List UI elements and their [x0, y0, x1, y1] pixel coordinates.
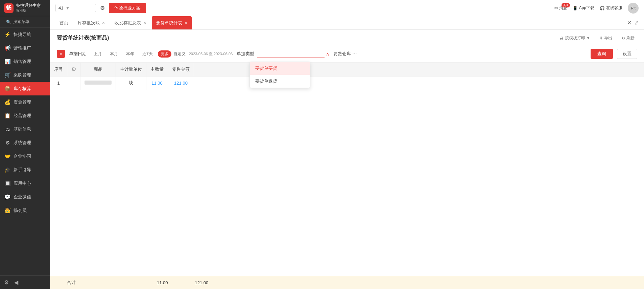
online-service-btn[interactable]: 🎧 在线客服: [600, 5, 622, 11]
print-icon: 🖨: [559, 36, 564, 41]
cell-amount[interactable]: 121.00: [168, 76, 194, 90]
refresh-btn[interactable]: ↻ 刷新: [619, 34, 637, 42]
inventory-icon: 📦: [4, 85, 11, 92]
column-settings-icon[interactable]: ⚙: [71, 66, 76, 72]
main-area: 41 ▼ ⚙ 体验行业方案 ✉ 消息 99+ 📱 App下载 🎧 在线客服 Ri…: [50, 0, 644, 289]
type-input[interactable]: [257, 50, 325, 58]
filter-settings-btn[interactable]: 设置: [617, 49, 637, 59]
product-placeholder: [85, 81, 112, 85]
topbar-settings-icon[interactable]: ⚙: [100, 5, 105, 11]
message-icon: ✉: [554, 6, 558, 10]
col-qty: 主数量: [146, 63, 168, 76]
tab-order-stats[interactable]: 要货单统计表 ✕: [152, 16, 192, 29]
topbar-right: ✉ 消息 99+ 📱 App下载 🎧 在线客服 Rit: [554, 3, 639, 14]
window-controls: ✕ ⤢: [627, 20, 639, 26]
basic-icon: 🗂: [4, 126, 11, 133]
warehouse-label: 要货仓库: [333, 51, 351, 57]
sidebar-item-basic[interactable]: 🗂 基础信息: [0, 123, 50, 136]
store-dropdown-icon: ▼: [65, 5, 70, 10]
system-icon: ⚙: [4, 139, 11, 146]
sidebar-footer: ⚙ ◀: [0, 275, 50, 289]
col-product: 商品: [80, 63, 116, 76]
sidebar-item-purchase[interactable]: 🛒 采购管理: [0, 68, 50, 82]
table-row: 1 块 11.00 121.00: [50, 76, 644, 90]
warehouse-more-icon[interactable]: ···: [352, 51, 357, 57]
operation-icon: 📋: [4, 112, 11, 119]
close-window-icon[interactable]: ✕: [627, 20, 631, 26]
topbar: 41 ▼ ⚙ 体验行业方案 ✉ 消息 99+ 📱 App下载 🎧 在线客服 Ri…: [50, 0, 644, 16]
more-date-btn[interactable]: 更多: [158, 50, 171, 58]
custom-date-btn[interactable]: 自定义: [173, 51, 186, 57]
cell-unit: 块: [116, 76, 146, 90]
tab-home[interactable]: 首页: [55, 16, 72, 29]
user-avatar[interactable]: Rit: [628, 3, 639, 14]
collapse-footer-icon[interactable]: ◀: [14, 279, 18, 286]
sidebar-item-marketing[interactable]: 📢 营销推广: [0, 41, 50, 55]
sidebar-item-quick-nav[interactable]: ⚡ 快捷导航: [0, 28, 50, 41]
tab-batch-account-close[interactable]: ✕: [102, 21, 105, 25]
query-btn[interactable]: 查询: [591, 49, 613, 59]
this-month-btn[interactable]: 本月: [107, 50, 121, 58]
sidebar-item-member[interactable]: 👑 畅会员: [0, 204, 50, 217]
this-year-btn[interactable]: 本年: [123, 50, 137, 58]
footer-qty: 11.00: [157, 280, 168, 285]
dropdown-item-order-goods[interactable]: 要货单要货: [250, 62, 310, 75]
messages-btn[interactable]: ✉ 消息 99+: [554, 5, 567, 11]
page-title: 要货单统计表(按商品): [57, 35, 109, 42]
newbie-icon: 🎓: [4, 166, 11, 173]
tab-collection-summary-close[interactable]: ✕: [143, 21, 146, 25]
trial-btn[interactable]: 体验行业方案: [109, 3, 146, 13]
logo-icon: 畅: [4, 3, 14, 13]
export-btn[interactable]: ⬇ 导出: [597, 34, 615, 42]
tab-order-stats-close[interactable]: ✕: [184, 21, 188, 25]
cell-settings: [67, 76, 80, 90]
last-7-days-btn[interactable]: 近7天: [139, 50, 156, 58]
sidebar-item-finance[interactable]: 💰 资金管理: [0, 95, 50, 109]
headset-icon: 🎧: [600, 6, 605, 10]
settings-footer-icon[interactable]: ⚙: [4, 279, 9, 286]
export-icon: ⬇: [599, 36, 603, 41]
date-range-display: 2023-05-06 至 2023-06-06: [189, 51, 233, 57]
type-filter-group: 单据类型 ∧: [237, 50, 329, 58]
sidebar-item-app-center[interactable]: 🔲 应用中心: [0, 177, 50, 190]
table-footer: 合计 11.00 121.00: [50, 276, 644, 289]
maximize-window-icon[interactable]: ⤢: [634, 20, 639, 26]
sidebar-item-wechat[interactable]: 💬 企业微信: [0, 190, 50, 204]
page-content: 要货单统计表(按商品) 🖨 按模板打印 ▼ ⬇ 导出 ↻ 刷新: [50, 30, 644, 289]
sidebar-item-sales[interactable]: 📊 销售管理: [0, 55, 50, 68]
tab-collection-summary[interactable]: 收发存汇总表 ✕: [111, 16, 150, 29]
sidebar-item-system[interactable]: ⚙ 系统管理: [0, 136, 50, 150]
dropdown-item-return-goods[interactable]: 要货单退货: [250, 75, 310, 88]
search-menu[interactable]: 🔍 搜索菜单: [0, 16, 50, 28]
cell-qty[interactable]: 11.00: [146, 76, 168, 90]
print-template-btn[interactable]: 🖨 按模板打印 ▼: [557, 34, 593, 42]
footer-total-label: 合计: [57, 280, 76, 286]
sidebar-nav: ⚡ 快捷导航 📢 营销推广 📊 销售管理 🛒 采购管理 📦 库存核算 💰 资金管…: [0, 28, 50, 275]
filter-bar: » 单据日期 上月 本月 本年 近7天 更多 自定义 2023-05-06 至 …: [50, 45, 644, 63]
prev-month-btn[interactable]: 上月: [91, 50, 105, 58]
sidebar-item-inventory[interactable]: 📦 库存核算: [0, 82, 50, 95]
app-download-btn[interactable]: 📱 App下载: [573, 5, 594, 11]
cell-product: [80, 76, 116, 90]
data-table: 序号 ⚙ 商品 主计量单位 主数量 零售金额 1: [50, 63, 644, 90]
expand-icon: »: [60, 51, 62, 56]
page-header: 要货单统计表(按商品) 🖨 按模板打印 ▼ ⬇ 导出 ↻ 刷新: [50, 30, 644, 45]
filter-expand-btn[interactable]: »: [57, 50, 65, 58]
type-select[interactable]: ∧: [257, 50, 329, 58]
tabs-bar: 首页 库存批次账 ✕ 收发存汇总表 ✕ 要货单统计表 ✕ ✕ ⤢: [50, 16, 644, 30]
sidebar-logo: 畅 畅捷通好生意 标准版: [0, 0, 50, 16]
sidebar-item-operation[interactable]: 📋 经营管理: [0, 109, 50, 123]
cell-index: 1: [50, 76, 67, 90]
finance-icon: 💰: [4, 99, 11, 106]
type-arrow-icon[interactable]: ∧: [326, 51, 329, 57]
type-label: 单据类型: [237, 51, 254, 57]
tab-batch-account[interactable]: 库存批次账 ✕: [74, 16, 109, 29]
footer-amount: 121.00: [195, 280, 209, 285]
sidebar-item-newbie[interactable]: 🎓 新手引导: [0, 163, 50, 177]
store-selector[interactable]: 41 ▼: [55, 4, 96, 12]
marketing-icon: 📢: [4, 45, 11, 51]
date-label: 单据日期: [69, 51, 87, 57]
wechat-icon: 💬: [4, 194, 11, 200]
logo-text: 畅捷通好生意 标准版: [16, 3, 41, 13]
sidebar-item-enterprise[interactable]: 🤝 企业协同: [0, 150, 50, 163]
